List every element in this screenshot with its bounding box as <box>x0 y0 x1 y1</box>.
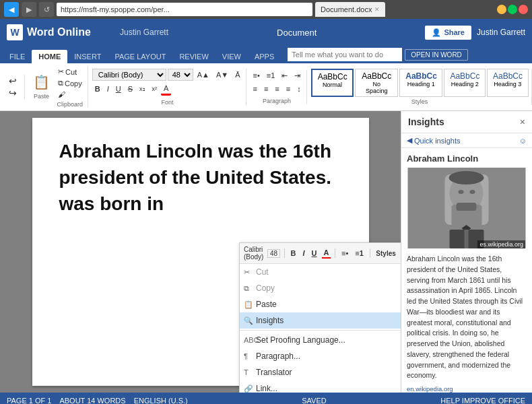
style-heading1[interactable]: AaBbCc Heading 1 <box>399 69 442 97</box>
address-bar[interactable]: https://msft-my.spoppe.com/per... <box>57 3 312 16</box>
styles-area: AaBbCc Normal AaBbCc No Spacing AaBbCc H… <box>311 69 529 97</box>
tab-title: Document.docx <box>321 5 372 13</box>
insights-description: Abraham Lincoln was the 16th president o… <box>407 254 527 381</box>
main-area: Abraham Lincoln was the 16th president o… <box>0 111 532 393</box>
ctx-item-cut[interactable]: ✂ Cut <box>240 264 401 280</box>
refresh-button[interactable]: ↺ <box>39 2 54 17</box>
address-text: https://msft-my.spoppe.com/per... <box>61 5 170 13</box>
paste-icon: 📋 <box>244 300 253 309</box>
tab-review[interactable]: REVIEW <box>172 50 215 63</box>
share-label: Share <box>444 28 465 36</box>
style-heading3[interactable]: AaBbCc Heading 3 <box>487 69 529 97</box>
underline-button[interactable]: U <box>113 83 124 94</box>
open-in-word-button[interactable]: OPEN IN WORD <box>405 49 468 61</box>
tab-page-layout[interactable]: PAGE LAYOUT <box>108 50 172 63</box>
tab-close-icon[interactable]: ✕ <box>374 6 380 13</box>
format-painter-icon: 🖌 <box>58 90 65 98</box>
font-name-selector[interactable]: Calibri (Body) <box>92 69 166 81</box>
paste-button[interactable]: 📋 Paste <box>29 71 54 102</box>
bold-button[interactable]: B <box>92 83 103 94</box>
tab-file[interactable]: FILE <box>3 50 32 63</box>
ribbon-group-styles: AaBbCc Normal AaBbCc No Spacing AaBbCc H… <box>308 69 532 105</box>
strikethrough-button[interactable]: S <box>125 83 135 94</box>
insights-scroll-area[interactable]: Abraham Lincoln <box>401 148 532 393</box>
insights-image-area: es.wikipedia.org <box>407 168 527 250</box>
font-size-selector[interactable]: 48 <box>168 69 193 81</box>
insights-panel: Insights × ◀ Quick insights ☺ Abraham Li… <box>401 111 532 393</box>
user-name-left: Justin Garrett <box>120 28 168 37</box>
insights-source[interactable]: en.wikipedia.org <box>407 385 527 393</box>
style-normal[interactable]: AaBbCc Normal <box>311 69 354 97</box>
align-center-button[interactable]: ≡ <box>261 83 271 94</box>
back-button[interactable]: ◀ <box>4 2 19 17</box>
forward-button[interactable]: ▶ <box>22 2 36 17</box>
ctx-bullets-button[interactable]: ≡• <box>339 248 350 258</box>
ctx-numbering-button[interactable]: ≡1 <box>353 248 366 258</box>
numbering-button[interactable]: ≡1 <box>264 70 278 81</box>
svg-point-4 <box>449 171 484 184</box>
maximize-button[interactable] <box>508 5 517 14</box>
ctx-italic-button[interactable]: I <box>301 248 307 258</box>
context-menu: Calibri (Body) 48 B I U A ≡• ≡1 Styles ✂… <box>239 242 401 393</box>
tab-home[interactable]: HOME <box>32 50 67 63</box>
ctx-item-proofing[interactable]: ABC Set Proofing Language... <box>240 332 401 348</box>
minimize-button[interactable] <box>497 5 506 14</box>
insights-close-button[interactable]: × <box>520 116 525 127</box>
language: ENGLISH (U.S.) <box>134 397 188 404</box>
tell-me-input[interactable] <box>288 48 402 61</box>
decrease-indent-button[interactable]: ⇤ <box>279 70 290 81</box>
link-icon: 🔗 <box>244 384 253 393</box>
app-name: Word Online <box>27 26 91 38</box>
ctx-item-paragraph[interactable]: ¶ Paragraph... <box>240 348 401 364</box>
paste-label: Paste <box>34 93 49 100</box>
svg-rect-10 <box>465 230 469 248</box>
ctx-item-paste[interactable]: 📋 Paste <box>240 296 401 312</box>
justify-button[interactable]: ≡ <box>284 83 293 94</box>
ribbon-tabs: FILE HOME INSERT PAGE LAYOUT REVIEW VIEW… <box>0 46 532 63</box>
ribbon-group-undo: ↩ ↪ <box>4 75 25 99</box>
ctx-styles-button[interactable]: Styles <box>374 249 397 258</box>
line-spacing-button[interactable]: ↕ <box>294 83 304 94</box>
ctx-bold-button[interactable]: B <box>289 248 298 258</box>
style-heading2[interactable]: AaBbCc Heading 2 <box>444 69 486 97</box>
smiley-icon: ☺ <box>519 137 527 145</box>
tab-apps[interactable]: APPS <box>248 50 281 63</box>
clear-format-button[interactable]: Ā <box>232 69 242 80</box>
ctx-font-color-button[interactable]: A <box>322 248 331 259</box>
browser-tab[interactable]: Document.docx ✕ <box>315 2 385 17</box>
increase-indent-button[interactable]: ⇥ <box>292 70 303 81</box>
ctx-item-copy[interactable]: ⧉ Copy <box>240 280 401 296</box>
bullets-button[interactable]: ≡• <box>251 70 263 81</box>
help-label[interactable]: HELP IMPROVE OFFICE <box>440 397 525 404</box>
cut-button[interactable]: ✂ Cut <box>55 66 85 77</box>
ctx-item-link[interactable]: 🔗 Link... <box>240 380 401 393</box>
style-no-spacing[interactable]: AaBbCc No Spacing <box>355 69 398 97</box>
align-right-button[interactable]: ≡ <box>272 83 281 94</box>
ribbon-group-font: Calibri (Body) 48 A▲ A▼ Ā B I U S x₂ x² … <box>90 69 246 106</box>
superscript-button[interactable]: x² <box>149 84 160 94</box>
ctx-translator-label: Translator <box>256 368 292 377</box>
italic-button[interactable]: I <box>104 83 112 94</box>
tab-insert[interactable]: INSERT <box>67 50 108 63</box>
subscript-button[interactable]: x₂ <box>137 84 148 94</box>
undo-area: ↩ ↪ <box>7 75 19 99</box>
quick-insights-tab[interactable]: ◀ Quick insights <box>407 136 460 145</box>
proofing-icon: ABC <box>244 336 259 344</box>
close-window-button[interactable] <box>519 5 528 14</box>
tab-view[interactable]: VIEW <box>215 50 248 63</box>
ctx-item-insights[interactable]: 🔍 Insights <box>240 312 401 329</box>
undo-button[interactable]: ↩ <box>7 75 19 87</box>
ctx-underline-button[interactable]: U <box>310 248 319 258</box>
align-left-button[interactable]: ≡ <box>251 83 260 94</box>
increase-font-button[interactable]: A▲ <box>195 69 212 80</box>
ctx-copy-label: Copy <box>256 283 275 293</box>
smiley-button[interactable]: ☺ <box>519 137 527 145</box>
format-painter-button[interactable]: 🖌 <box>55 89 85 100</box>
redo-button[interactable]: ↪ <box>7 87 19 99</box>
document-text[interactable]: Abraham Lincoln was the 16th president o… <box>59 138 342 217</box>
decrease-font-button[interactable]: A▼ <box>213 69 231 80</box>
share-button[interactable]: 👤 Share <box>425 26 471 40</box>
font-color-button[interactable]: A <box>161 83 171 96</box>
copy-button[interactable]: ⧉ Copy <box>55 77 85 89</box>
ctx-item-translator[interactable]: T Translator <box>240 364 401 380</box>
